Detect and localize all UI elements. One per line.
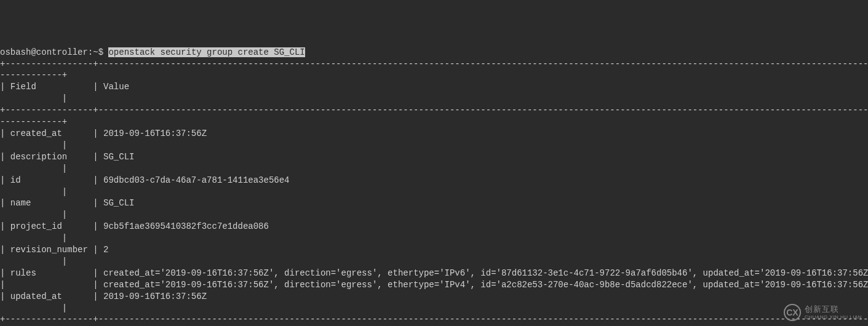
table-row-wrap: |: [0, 303, 67, 313]
field-created-at: created_at: [10, 129, 62, 138]
table-row: | project_id | 9cb5f1ae3695410382f3cc7e1…: [0, 221, 868, 231]
table-row: | revision_number | 2: [0, 245, 868, 255]
prompt-user: osbash: [0, 47, 31, 57]
value-updated-at: 2019-09-16T16:37:56Z: [103, 292, 207, 301]
watermark-logo-icon: CX: [784, 304, 801, 321]
prompt-line: osbash@controller:~$: [0, 47, 108, 57]
header-value: Value: [103, 82, 129, 92]
value-description: SG_CLI: [103, 152, 134, 162]
value-rules2: created_at='2019-09-16T16:37:56Z', direc…: [103, 280, 868, 290]
table-row-wrap: |: [0, 187, 67, 197]
field-id: id: [10, 175, 21, 185]
table-row-wrap: |: [0, 256, 67, 266]
table-header-row: | Field | Value: [0, 82, 868, 92]
table-row: | created_at | 2019-09-16T16:37:56Z: [0, 129, 868, 138]
watermark-en: CHUANG XIN HU LIAN: [805, 314, 862, 320]
table-row: | name | SG_CLI: [0, 198, 868, 208]
table-row: | description | SG_CLI: [0, 152, 868, 162]
header-field: Field: [10, 82, 36, 92]
watermark: CX 创新互联 CHUANG XIN HU LIAN: [784, 304, 862, 321]
value-rules1: created_at='2019-09-16T16:37:56Z', direc…: [103, 268, 868, 278]
table-row-wrap: |: [0, 233, 67, 243]
watermark-cn: 创新互联: [805, 304, 862, 314]
table-header-wrap: |: [0, 93, 67, 103]
value-name: SG_CLI: [103, 198, 134, 208]
table-row-wrap: |: [0, 164, 67, 173]
table-row: | | created_at='2019-09-16T16:37:56Z', d…: [0, 280, 868, 290]
field-revision-number: revision_number: [10, 245, 88, 255]
table-row-wrap: |: [0, 140, 67, 150]
table-border-wrap: ------------+: [0, 70, 67, 80]
table-border-mid: +-----------------+---------------------…: [0, 105, 868, 115]
table-border-bottom: +-----------------+---------------------…: [0, 314, 868, 324]
prompt-path: ~: [93, 47, 98, 57]
value-id: 69dbcd03-c7da-46a7-a781-1411ea3e56e4: [103, 175, 289, 185]
value-created-at: 2019-09-16T16:37:56Z: [103, 129, 207, 138]
field-project-id: project_id: [10, 221, 62, 231]
field-name: name: [10, 198, 31, 208]
prompt-host: controller: [36, 47, 88, 57]
table-border-mid-wrap: ------------+: [0, 117, 67, 127]
table-border-top: +-----------------+---------------------…: [0, 59, 868, 69]
table-row-wrap: |: [0, 210, 67, 220]
value-project-id: 9cb5f1ae3695410382f3cc7e1ddea086: [103, 221, 269, 231]
field-description: description: [10, 152, 67, 162]
table-row: | updated_at | 2019-09-16T16:37:56Z: [0, 292, 868, 301]
table-row: | id | 69dbcd03-c7da-46a7-a781-1411ea3e5…: [0, 175, 868, 185]
command-input: openstack security group create SG_CLI: [108, 47, 305, 57]
field-rules: rules: [10, 268, 36, 278]
terminal-output[interactable]: osbash@controller:~$ openstack security …: [0, 47, 868, 326]
watermark-text: 创新互联 CHUANG XIN HU LIAN: [805, 304, 862, 320]
value-revision-number: 2: [103, 245, 108, 255]
table-row: | rules | created_at='2019-09-16T16:37:5…: [0, 268, 868, 278]
field-updated-at: updated_at: [10, 292, 62, 301]
prompt-symbol: $: [98, 47, 103, 57]
